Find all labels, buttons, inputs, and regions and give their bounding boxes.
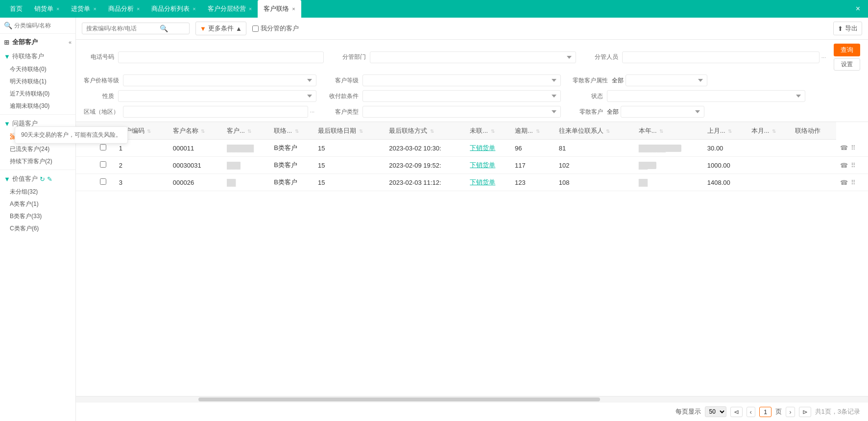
arrow-icon-pending: ▼ <box>4 53 10 60</box>
row-checkbox[interactable] <box>100 161 106 168</box>
sidebar-item-b-class[interactable]: B类客户(33) <box>0 210 75 223</box>
sidebar-search-input[interactable] <box>14 22 76 29</box>
filter-row-4: 区域（地区） ··· 客户类型 零散客户 全部 <box>84 106 860 118</box>
export-button[interactable]: ⬆ 导出 <box>833 22 862 35</box>
th-contact-person[interactable]: 往来单位联系人 ⇅ <box>555 122 635 140</box>
last-page-btn[interactable]: ⊳ <box>799 407 811 417</box>
cell-type: B类客户 <box>270 174 314 191</box>
contact-icon[interactable]: ☎ <box>840 179 848 186</box>
sidebar-item-a-class[interactable]: A类客户(1) <box>0 198 75 210</box>
sidebar-item-7days[interactable]: 近7天待联络(0) <box>0 88 75 100</box>
sidebar-item-c-class[interactable]: C类客户(6) <box>0 223 75 235</box>
cell-settings <box>76 157 96 174</box>
sidebar-group-title-value[interactable]: ▼ 价值客户 ↻ ✎ <box>0 172 75 186</box>
th-last-method[interactable]: 最后联络方式 ⇅ <box>385 122 466 140</box>
sort-icon-last-month: ⇅ <box>728 128 732 134</box>
contact-icon[interactable]: ☎ <box>840 162 848 169</box>
cell-last-month <box>747 174 792 191</box>
region-input[interactable] <box>123 106 308 118</box>
th-last-date[interactable]: 最后联络日期 ⇅ <box>314 122 385 140</box>
nav-analysis[interactable]: 商品分析 × <box>102 0 145 18</box>
retail-attr-select[interactable] <box>626 74 707 86</box>
edit-icon[interactable]: ✎ <box>47 175 52 183</box>
prev-page-btn[interactable]: ‹ <box>747 407 755 417</box>
more-actions-icon[interactable]: ⠿ <box>851 144 856 151</box>
filter-panel: 电话号码 分管部门 分管人员 ··· 查询 设置 <box>76 40 868 122</box>
total-records: 共1页，3条记录 <box>815 407 860 416</box>
filter-customer-type: 客户类型 <box>328 106 561 118</box>
refresh-icon[interactable]: ↻ <box>40 175 45 183</box>
more-conditions-button[interactable]: ▼ 更多条件 ▲ <box>195 22 246 35</box>
my-customers-checkbox[interactable]: 我分管的客户 <box>252 24 299 33</box>
nav-purchase[interactable]: 进货单 × <box>65 0 102 18</box>
region-more-btn[interactable]: ··· <box>308 109 316 115</box>
search-button-icon[interactable]: 🔍 <box>160 25 168 32</box>
department-select[interactable] <box>370 51 576 63</box>
cell-last-month <box>747 157 792 174</box>
sidebar-group-title-pending[interactable]: ▼ 待联络客户 <box>0 50 75 63</box>
settings-button[interactable]: 设置 <box>834 58 860 71</box>
sort-icon-contact: ⇅ <box>295 128 299 134</box>
sort-icon-contact-person: ⇅ <box>606 128 610 134</box>
manager-more-btn[interactable]: ··· <box>820 54 828 60</box>
th-type[interactable]: 客户... ⇅ <box>223 122 270 140</box>
more-actions-icon[interactable]: ⠿ <box>851 162 856 169</box>
contact-method-link[interactable]: 下销货单 <box>470 161 495 169</box>
th-name[interactable]: 客户名称 ⇅ <box>169 122 223 140</box>
scroll-thumb[interactable] <box>198 397 600 401</box>
nav-analysis-list[interactable]: 商品分析列表 × <box>145 0 201 18</box>
action-buttons: 查询 设置 <box>834 44 860 71</box>
nav-close-all[interactable]: × <box>852 4 864 13</box>
horizontal-scrollbar[interactable] <box>76 396 868 402</box>
retail-customer-select[interactable] <box>621 106 704 118</box>
nav-close-customer-tier[interactable]: × <box>249 6 252 12</box>
first-page-btn[interactable]: ⊲ <box>730 407 743 417</box>
search-input[interactable] <box>86 25 160 32</box>
th-overdue[interactable]: 逾期... ⇅ <box>511 122 555 140</box>
table-row: 3 000026 ██ B类客户 15 2023-02-03 11:12: 下销… <box>76 174 868 191</box>
nav-close-analysis-list[interactable]: × <box>193 6 195 12</box>
nav-home[interactable]: 首页 <box>4 0 28 18</box>
nav-close-analysis[interactable]: × <box>137 6 140 12</box>
th-contact[interactable]: 联络... ⇅ <box>270 122 314 140</box>
next-page-btn[interactable]: › <box>786 407 795 417</box>
row-checkbox[interactable] <box>100 144 106 150</box>
query-button[interactable]: 查询 <box>834 44 860 56</box>
sidebar-all-customers[interactable]: ⊞ 全部客户 « <box>0 34 75 50</box>
phone-input[interactable] <box>118 51 324 63</box>
contact-method-link[interactable]: 下销货单 <box>470 178 495 186</box>
filter-price-level: 客户价格等级 <box>84 74 316 86</box>
contact-icon[interactable]: ☎ <box>840 144 848 151</box>
status-select[interactable] <box>607 90 805 102</box>
contact-method-link[interactable]: 下销货单 <box>470 144 495 151</box>
sidebar-item-churned[interactable]: 已流失客户(24) <box>0 143 75 155</box>
th-year-amount[interactable]: 本年... ⇅ <box>635 122 703 140</box>
th-not-contacted[interactable]: 未联... ⇅ <box>466 122 511 140</box>
price-level-select[interactable] <box>123 74 316 86</box>
th-this-month[interactable]: 本月... ⇅ <box>747 122 792 140</box>
sidebar-item-today[interactable]: 今天待联络(0) <box>0 63 75 75</box>
th-last-month[interactable]: 上月... ⇅ <box>703 122 747 140</box>
nav-close-customer-contact[interactable]: × <box>292 6 295 12</box>
nav-close-sales[interactable]: × <box>56 6 59 12</box>
cell-settings <box>76 174 96 191</box>
customer-type-select[interactable] <box>362 106 561 118</box>
payment-select[interactable] <box>362 90 561 102</box>
customer-level-select[interactable] <box>362 74 561 86</box>
nav-sales[interactable]: 销货单 × <box>28 0 65 18</box>
more-actions-icon[interactable]: ⠿ <box>851 179 856 186</box>
per-page-select[interactable]: 50 <box>705 406 726 417</box>
sidebar-item-declining[interactable]: 持续下滑客户(2) <box>0 155 75 168</box>
sidebar-item-overdue[interactable]: 逾期未联络(30) <box>0 100 75 112</box>
cell-last-date: 2023-03-02 10:30: <box>385 140 466 157</box>
nav-customer-contact[interactable]: 客户联络 × <box>258 0 301 18</box>
nature-select[interactable] <box>118 90 316 102</box>
sidebar-item-tomorrow[interactable]: 明天待联络(1) <box>0 75 75 88</box>
nav-close-purchase[interactable]: × <box>93 6 96 12</box>
row-checkbox[interactable] <box>100 178 106 185</box>
nav-customer-tier[interactable]: 客户分层经营 × <box>202 0 258 18</box>
sidebar-item-ungrouped[interactable]: 未分组(32) <box>0 186 75 198</box>
sidebar-search-icon: 🔍 <box>4 22 12 29</box>
cell-this-month <box>791 174 836 191</box>
manager-input[interactable] <box>622 51 820 63</box>
